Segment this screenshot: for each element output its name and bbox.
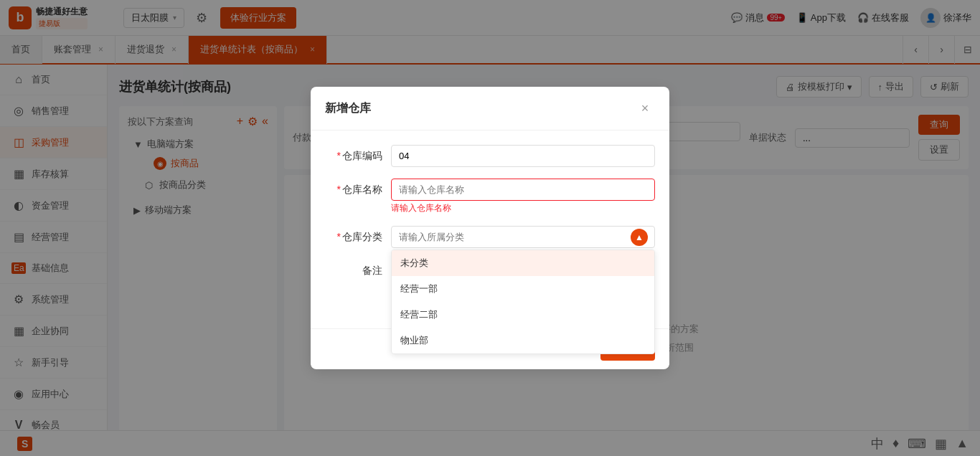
dropdown-item-ops1[interactable]: 经营一部 <box>392 276 654 302</box>
modal-title: 新增仓库 <box>325 101 371 116</box>
category-dropdown-menu: 未分类 经营一部 经营二部 物业部 <box>391 250 655 354</box>
add-warehouse-modal: 新增仓库 × *仓库编码 *仓库名称 请输入仓库名称 <box>311 87 669 369</box>
code-input[interactable] <box>391 145 655 167</box>
name-input[interactable] <box>391 179 655 201</box>
name-label: *仓库名称 <box>325 179 382 196</box>
code-row: *仓库编码 <box>325 145 655 167</box>
modal-close-btn[interactable]: × <box>635 98 655 118</box>
name-field: 请输入仓库名称 <box>391 179 655 214</box>
modal-header: 新增仓库 × <box>311 87 669 130</box>
notes-label: 备注 <box>325 260 382 277</box>
name-row: *仓库名称 请输入仓库名称 <box>325 179 655 214</box>
category-dropdown-wrapper: ▲ <box>391 226 655 248</box>
modal-overlay[interactable]: 新增仓库 × *仓库编码 *仓库名称 请输入仓库名称 <box>0 0 980 456</box>
category-label: *仓库分类 <box>325 226 382 244</box>
category-row: *仓库分类 ▲ 未分类 经营一部 经营二部 物业部 <box>325 226 655 248</box>
dropdown-item-uncategorized[interactable]: 未分类 <box>392 250 654 276</box>
dropdown-item-ops2[interactable]: 经营二部 <box>392 302 654 328</box>
category-dropdown-arrow[interactable]: ▲ <box>631 229 648 246</box>
dropdown-item-property[interactable]: 物业部 <box>392 328 654 353</box>
modal-body: *仓库编码 *仓库名称 请输入仓库名称 *仓库分类 <box>311 130 669 328</box>
category-input[interactable] <box>391 226 655 248</box>
name-error-tip: 请输入仓库名称 <box>391 202 655 214</box>
category-field: ▲ 未分类 经营一部 经营二部 物业部 <box>391 226 655 248</box>
code-label: *仓库编码 <box>325 145 382 163</box>
